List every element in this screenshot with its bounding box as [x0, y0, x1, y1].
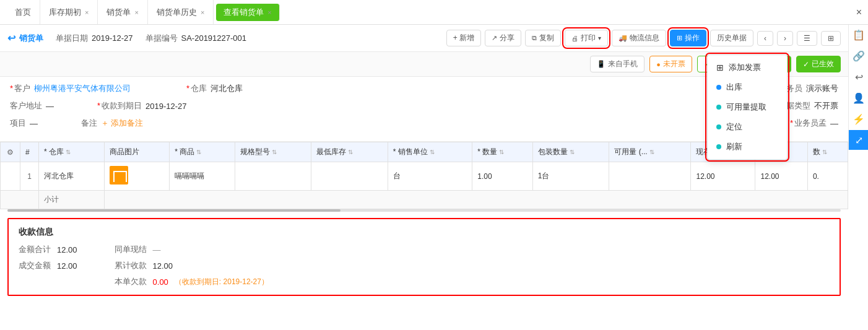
- row-unit: 台: [388, 162, 472, 191]
- row-pack: 1台: [532, 162, 609, 191]
- not-open-ticket-button[interactable]: ● 未开票: [649, 56, 692, 72]
- dropdown-available-qty[interactable]: 可用量提取: [708, 97, 787, 117]
- dot-cyan-icon-1: [716, 105, 721, 110]
- subtotal-label: 小计: [39, 191, 105, 209]
- warehouse-value: 河北仓库: [210, 83, 243, 94]
- view-btn-list[interactable]: ☰: [797, 31, 817, 46]
- address-value: —: [46, 102, 54, 111]
- tab-home[interactable]: 首页: [6, 0, 40, 24]
- arrears-row: 本单欠款 0.00 （收款到期日: 2019-12-27）: [115, 276, 269, 287]
- dot-cyan-icon-2: [716, 124, 721, 129]
- close-tab-inventory[interactable]: ×: [85, 9, 89, 16]
- print-button[interactable]: 🖨 打印 ▾: [565, 30, 608, 46]
- doc-number-item: 单据编号 SA-20191227-001: [145, 33, 247, 44]
- ticket-type-value: 不开票: [814, 100, 838, 111]
- tab-view-sales[interactable]: 查看销货单 ×: [216, 4, 279, 21]
- operation-button[interactable]: ⊞ 操作: [670, 30, 706, 46]
- share-button[interactable]: ↗ 分享: [485, 30, 521, 46]
- product-thumbnail: [110, 166, 128, 185]
- due-date-field: 收款到期日 2019-12-27: [97, 100, 187, 111]
- scroll-bar[interactable]: [7, 209, 841, 212]
- side-btn-6[interactable]: ⤢: [849, 130, 868, 150]
- col-pack: 包装数量⇅: [532, 142, 609, 162]
- col-num: #: [20, 142, 39, 162]
- close-window-button[interactable]: ×: [856, 7, 862, 18]
- project-field: 项目 —: [10, 118, 38, 129]
- tab-bar: 首页 库存期初 × 销货单 × 销货单历史 × 查看销货单 × ×: [0, 0, 868, 25]
- next-button[interactable]: ›: [777, 31, 793, 46]
- subtotal-cell: [1, 191, 39, 209]
- col-gear: ⚙: [1, 142, 20, 162]
- col-spec: 规格型号⇅: [235, 142, 311, 162]
- doc-date-item: 单据日期 2019-12-27: [56, 33, 133, 44]
- side-btn-4[interactable]: 👤: [849, 88, 868, 108]
- col-unit: * 销售单位⇅: [388, 142, 472, 162]
- side-btn-5[interactable]: ⚡: [849, 109, 868, 129]
- col-min-stock: 最低库存⇅: [311, 142, 388, 162]
- dropdown-outbound[interactable]: 出库: [708, 77, 787, 97]
- sales-rep-field: 业务员孟 —: [790, 118, 838, 129]
- row-price: 12.00: [755, 162, 807, 191]
- row-num: 1: [20, 162, 39, 191]
- dot-blue-icon: [716, 85, 721, 90]
- effective-button[interactable]: ✓ 已生效: [796, 56, 841, 72]
- col-available: 可用量 (...⇅: [609, 142, 691, 162]
- dropdown-add-invoice[interactable]: ⊞ 添加发票: [708, 58, 787, 77]
- warehouse-field: 仓库 河北仓库: [186, 83, 243, 94]
- from-phone-button[interactable]: 📱 来自手机: [590, 56, 644, 72]
- address-field: 客户地址 —: [10, 100, 54, 111]
- close-tab-sales[interactable]: ×: [134, 9, 138, 16]
- operation-dropdown: ⊞ 添加发票 出库 可用量提取 定位 刷新: [707, 54, 788, 160]
- row-gear: [1, 162, 20, 191]
- col-warehouse: * 仓库⇅: [39, 142, 105, 162]
- document-header: ↩ 销货单 单据日期 2019-12-27 单据编号 SA-20191227-0…: [0, 25, 848, 52]
- payment-grid: 金额合计 12.00 成交金额 12.00 同单现结 — 累计收款: [19, 244, 830, 287]
- sales-rep-value: —: [830, 119, 838, 128]
- row-image: [104, 162, 170, 191]
- dot-cyan-icon-3: [716, 144, 721, 149]
- row-stock: 12.00: [691, 162, 755, 191]
- payment-section: 收款信息 金额合计 12.00 成交金额 12.00 同单现结 —: [7, 218, 841, 296]
- grid-icon: ⊞: [716, 63, 724, 72]
- subtotal-row: 小计: [1, 191, 848, 209]
- notes-field: 备注 ＋ 添加备注: [81, 118, 143, 129]
- payment-col-right: 同单现结 — 累计收款 12.00 本单欠款 0.00 （收款到期日: 2019…: [115, 244, 269, 287]
- row-warehouse: 河北仓库: [39, 162, 105, 191]
- row-quantity: 1.00: [472, 162, 533, 191]
- view-btn-grid[interactable]: ⊞: [821, 31, 841, 46]
- row-amount: 0.: [807, 162, 848, 191]
- side-btn-1[interactable]: 📋: [849, 25, 868, 45]
- close-tab-view-sales[interactable]: ×: [267, 9, 271, 16]
- add-notes-button[interactable]: ＋ 添加备注: [101, 118, 143, 129]
- new-button[interactable]: + 新增: [446, 30, 481, 46]
- staff-value: 演示账号: [806, 83, 838, 94]
- scroll-thumb: [7, 209, 341, 212]
- col-product: * 商品⇅: [170, 142, 235, 162]
- cumulative-row: 累计收款 12.00: [115, 260, 269, 271]
- dropdown-locate[interactable]: 定位: [708, 117, 787, 137]
- project-value: —: [30, 119, 38, 128]
- tab-inventory[interactable]: 库存期初 ×: [40, 0, 98, 24]
- payment-title: 收款信息: [19, 227, 830, 238]
- history-button[interactable]: 历史单据: [710, 30, 753, 46]
- row-spec: [235, 162, 311, 191]
- same-bill-row: 同单现结 —: [115, 244, 269, 255]
- col-image: 商品图片: [104, 142, 170, 162]
- row-available: [609, 162, 691, 191]
- side-btn-3[interactable]: ↩: [849, 67, 868, 87]
- dropdown-refresh[interactable]: 刷新: [708, 137, 787, 157]
- row-min-stock: [311, 162, 388, 191]
- col-quantity: * 数量⇅: [472, 142, 533, 162]
- deal-amount-row: 成交金额 12.00: [19, 260, 77, 271]
- tab-sales-history[interactable]: 销货单历史 ×: [148, 0, 214, 24]
- copy-button[interactable]: ⧉ 复制: [525, 30, 561, 46]
- total-amount-row: 金额合计 12.00: [19, 244, 77, 255]
- prev-button[interactable]: ‹: [757, 31, 773, 46]
- customer-value[interactable]: 柳州粤港平安气体有限公司: [34, 83, 131, 94]
- tab-sales[interactable]: 销货单 ×: [98, 0, 147, 24]
- right-side-panel: 📋 🔗 ↩ 👤 ⚡ ⤢: [848, 25, 868, 150]
- doc-meta: 单据日期 2019-12-27 单据编号 SA-20191227-001: [56, 33, 434, 44]
- close-tab-sales-history[interactable]: ×: [201, 9, 204, 16]
- side-btn-2[interactable]: 🔗: [849, 46, 868, 66]
- logistics-button[interactable]: 🚚 物流信息: [612, 30, 666, 46]
